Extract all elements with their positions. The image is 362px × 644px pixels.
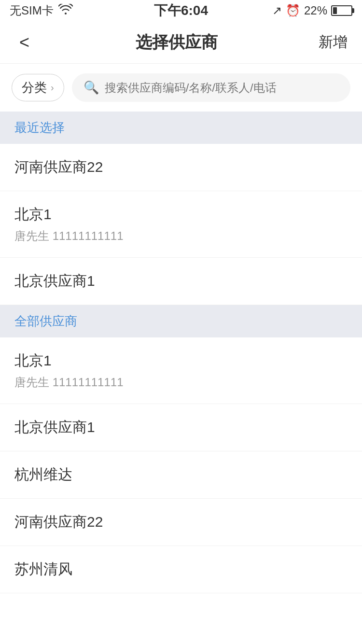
item-name: 北京供应商1 [14, 418, 348, 437]
location-icon: ↗ [272, 4, 282, 17]
chevron-right-icon: › [51, 82, 54, 93]
back-button[interactable]: < [14, 28, 34, 57]
battery-fill [333, 7, 337, 14]
list-item[interactable]: 北京供应商1 [0, 258, 362, 305]
alarm-icon: ⏰ [286, 4, 300, 17]
search-input[interactable] [105, 81, 339, 95]
status-time: 下午6:04 [154, 1, 208, 20]
no-sim-text: 无SIM卡 [10, 3, 54, 18]
list-item[interactable]: 北京1唐先生 11111111111 [0, 337, 362, 404]
wifi-icon [58, 4, 73, 17]
page-title: 选择供应商 [136, 31, 218, 54]
item-name: 北京供应商1 [14, 271, 348, 291]
status-right: ↗ ⏰ 22% [272, 4, 352, 17]
item-name: 苏州清风 [14, 560, 348, 579]
list-item[interactable]: 河南供应商22 [0, 499, 362, 546]
sections-container: 最近选择河南供应商22北京1唐先生 11111111111北京供应商1全部供应商… [0, 112, 362, 593]
search-area: 分类 › 🔍 [0, 64, 362, 112]
item-sub: 唐先生 11111111111 [14, 375, 348, 390]
item-name: 河南供应商22 [14, 157, 348, 177]
category-label: 分类 [22, 79, 47, 96]
list-item[interactable]: 北京1唐先生 11111111111 [0, 191, 362, 258]
section-header-recent: 最近选择 [0, 112, 362, 144]
search-icon: 🔍 [84, 80, 99, 95]
item-name: 杭州维达 [14, 465, 348, 485]
nav-bar: < 选择供应商 新增 [0, 21, 362, 64]
section-header-all: 全部供应商 [0, 305, 362, 337]
list-item[interactable]: 河南供应商22 [0, 144, 362, 191]
battery-pct: 22% [304, 4, 327, 17]
list-item[interactable]: 苏州清风 [0, 546, 362, 593]
item-name: 北京1 [14, 351, 348, 371]
item-name: 河南供应商22 [14, 512, 348, 532]
list-item[interactable]: 杭州维达 [0, 451, 362, 499]
battery-icon [331, 5, 352, 16]
list-item[interactable]: 北京供应商1 [0, 404, 362, 451]
status-bar: 无SIM卡 下午6:04 ↗ ⏰ 22% [0, 0, 362, 21]
add-button[interactable]: 新增 [319, 32, 348, 52]
search-box: 🔍 [72, 73, 350, 102]
category-filter-button[interactable]: 分类 › [12, 74, 64, 101]
item-name: 北京1 [14, 205, 348, 224]
item-sub: 唐先生 11111111111 [14, 228, 348, 244]
status-left: 无SIM卡 [10, 3, 73, 18]
